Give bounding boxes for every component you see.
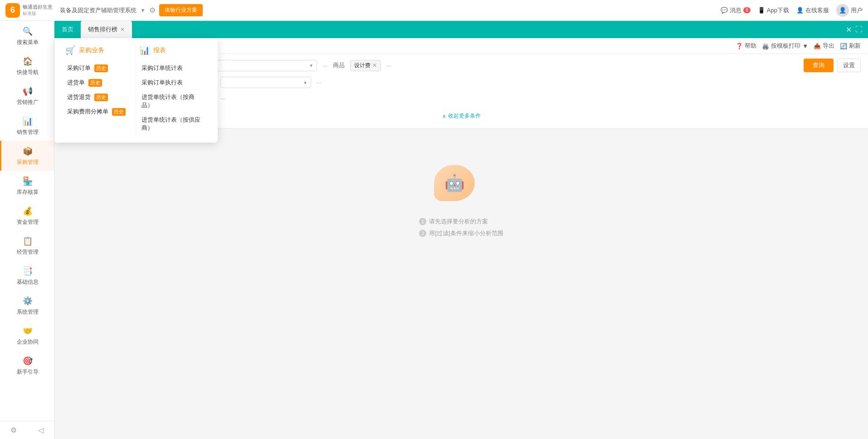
refresh-icon: 🔄 [840, 43, 847, 49]
sidebar-item-cooperation[interactable]: 🤝 企业协同 [0, 321, 54, 350]
cooperation-icon: 🤝 [23, 326, 33, 336]
sidebar-item-system[interactable]: ⚙️ 系统管理 [0, 291, 54, 321]
tab-fullscreen-btn[interactable]: ⛶ [855, 25, 863, 34]
user-avatar: 👤 [836, 4, 849, 17]
goods-tag-close[interactable]: ✕ [372, 62, 377, 69]
empty-step-1: 1 请先选择要分析的方案 [419, 217, 488, 226]
sidebar-item-inventory[interactable]: 🏪 库存核算 [0, 171, 54, 201]
purchase-dropdown-menu: 🛒 采购业务 采购订单 历史 进货单 历史 进货退货 历史 采购费用分摊单 历史 [54, 38, 218, 143]
print-btn[interactable]: 🖨️ 按模板打印 ▼ [762, 42, 808, 50]
system-icon: ⚙️ [23, 296, 33, 306]
export-icon: 📤 [814, 43, 821, 49]
sidebar-item-sales[interactable]: 📊 销售管理 [0, 111, 54, 141]
tab-bar: 首页 销售排行榜 ✕ ✕ ⛶ [54, 21, 868, 38]
logo-text: 畅通逍好生意 标准版 [23, 4, 53, 16]
marketing-icon: 📢 [23, 86, 33, 96]
sidebar-item-home[interactable]: 🏠 快捷导航 [0, 51, 54, 81]
sidebar-item-basic-info[interactable]: 📑 基础信息 [0, 261, 54, 291]
print-icon: 🖨️ [762, 43, 769, 49]
empty-steps: 1 请先选择要分析的方案 2 用[过滤]条件来缩小分析范围 [419, 217, 503, 237]
goods-tag: 设计费 ✕ [350, 60, 381, 71]
report-section-icon: 📊 [140, 45, 150, 55]
app-download-btn[interactable]: 📱 App下载 [758, 6, 789, 15]
dropdown-item-order-stat[interactable]: 采购订单统计表 [140, 61, 207, 75]
tab-actions: ✕ ⛶ [846, 25, 868, 34]
goods-label: 商品 [333, 61, 345, 69]
query-actions: 查询 设置 [804, 59, 861, 72]
sales-icon: 📊 [23, 116, 33, 126]
sidebar: 🔍 搜索菜单 🏠 快捷导航 📢 营销推广 📊 销售管理 📦 采购管理 🏪 库存核… [0, 21, 54, 439]
basic-info-icon: 📑 [23, 266, 33, 276]
tab-sales-ranking[interactable]: 销售排行榜 ✕ [81, 21, 132, 38]
purchase-business-col: 🛒 采购业务 采购订单 历史 进货单 历史 进货退货 历史 采购费用分摊单 历史 [62, 45, 136, 135]
sidebar-bottom: ⚙ ◁ [0, 421, 54, 439]
logo-icon: 6 [5, 3, 20, 18]
history-badge-1: 历史 [94, 64, 108, 72]
status-more-btn[interactable]: ··· [322, 62, 327, 69]
sidebar-item-operations[interactable]: 📋 经营管理 [0, 231, 54, 261]
help-btn[interactable]: ❓ 帮助 [736, 42, 756, 50]
operations-icon: 📋 [23, 236, 33, 246]
history-badge-3: 历史 [94, 94, 108, 101]
salesman-more-btn[interactable]: ··· [317, 79, 322, 86]
dropdown-item-incoming-stat-goods[interactable]: 进货单统计表（按商品） [140, 90, 207, 113]
chevron-up-icon: ∧ [442, 113, 446, 119]
tab-home[interactable]: 首页 [54, 21, 81, 38]
goods-more-btn[interactable]: ··· [386, 62, 391, 69]
user-btn[interactable]: 👤 用户 [836, 4, 863, 17]
report-section-title: 📊 报表 [140, 45, 207, 55]
status-select[interactable] [208, 60, 317, 71]
sidebar-item-purchase[interactable]: 📦 采购管理 [0, 141, 54, 171]
top-header: 6 畅通逍好生意 标准版 装备及固定资产辅助管理系统 ▼ ⚙ 体验行业方案 💬 … [0, 0, 868, 21]
header-right: 💬 消息 9 📱 App下载 👤 在线客服 👤 用户 [721, 4, 863, 17]
header-settings-icon[interactable]: ⚙ [149, 6, 156, 15]
dropdown-item-return[interactable]: 进货退货 历史 [65, 90, 132, 104]
search-icon: 🔍 [23, 26, 33, 36]
sidebar-item-guide[interactable]: 🎯 新手引导 [0, 350, 54, 380]
purchase-section-icon: 🛒 [65, 45, 75, 55]
refresh-btn[interactable]: 🔄 刷新 [840, 42, 861, 50]
customer-more-btn[interactable]: ··· [220, 95, 225, 102]
sidebar-item-finance[interactable]: 💰 资金管理 [0, 201, 54, 231]
salesman-select[interactable] [220, 77, 311, 88]
online-service-btn[interactable]: 👤 在线客服 [796, 6, 829, 15]
query-btn[interactable]: 查询 [804, 59, 834, 72]
print-dropdown-icon: ▼ [802, 43, 808, 49]
help-icon: ❓ [736, 43, 743, 49]
message-btn[interactable]: 💬 消息 9 [721, 6, 751, 15]
industry-btn[interactable]: 体验行业方案 [159, 4, 203, 16]
tab-close-all-btn[interactable]: ✕ [846, 25, 852, 34]
system-title-dropdown[interactable]: ▼ [140, 7, 146, 14]
message-icon: 💬 [721, 7, 728, 14]
dropdown-item-incoming-stat-supplier[interactable]: 进货单统计表（按供应商） [140, 113, 207, 135]
purchase-icon: 📦 [23, 146, 33, 156]
dropdown-item-order-exec[interactable]: 采购订单执行表 [140, 75, 207, 90]
service-icon: 👤 [796, 7, 804, 14]
inventory-icon: 🏪 [23, 176, 33, 186]
empty-illustration: 🤖 [434, 165, 488, 210]
tab-close-btn[interactable]: ✕ [120, 26, 125, 33]
export-btn[interactable]: 📤 导出 [814, 42, 834, 50]
empty-step-2: 2 用[过滤]条件来缩小分析范围 [419, 229, 503, 237]
purchase-section-title: 🛒 采购业务 [65, 45, 132, 55]
sidebar-collapse-btn[interactable]: ◁ [38, 426, 44, 434]
status-select-wrap [208, 60, 317, 71]
sidebar-settings-btn[interactable]: ⚙ [10, 426, 17, 434]
dropdown-grid: 🛒 采购业务 采购订单 历史 进货单 历史 进货退货 历史 采购费用分摊单 历史 [62, 45, 210, 135]
dropdown-item-incoming[interactable]: 进货单 历史 [65, 75, 132, 90]
history-badge-2: 历史 [88, 79, 102, 87]
finance-icon: 💰 [23, 206, 33, 216]
logo-area: 6 畅通逍好生意 标准版 [5, 3, 60, 18]
filter-settings-btn[interactable]: 设置 [837, 59, 861, 72]
history-badge-4: 历史 [112, 108, 126, 116]
dropdown-item-purchase-order[interactable]: 采购订单 历史 [65, 61, 132, 75]
sidebar-item-marketing[interactable]: 📢 营销推广 [0, 81, 54, 111]
empty-state: 🤖 1 请先选择要分析的方案 2 用[过滤]条件来缩小分析范围 [54, 128, 868, 274]
report-col: 📊 报表 采购订单统计表 采购订单执行表 进货单统计表（按商品） 进货单统计表（… [136, 45, 210, 135]
sidebar-item-search[interactable]: 🔍 搜索菜单 [0, 21, 54, 51]
phone-icon: 📱 [758, 7, 765, 14]
home-icon: 🏠 [23, 56, 33, 66]
message-badge: 9 [743, 7, 751, 13]
dropdown-item-expense[interactable]: 采购费用分摊单 历史 [65, 104, 132, 119]
system-title: 装备及固定资产辅助管理系统 [60, 6, 137, 15]
